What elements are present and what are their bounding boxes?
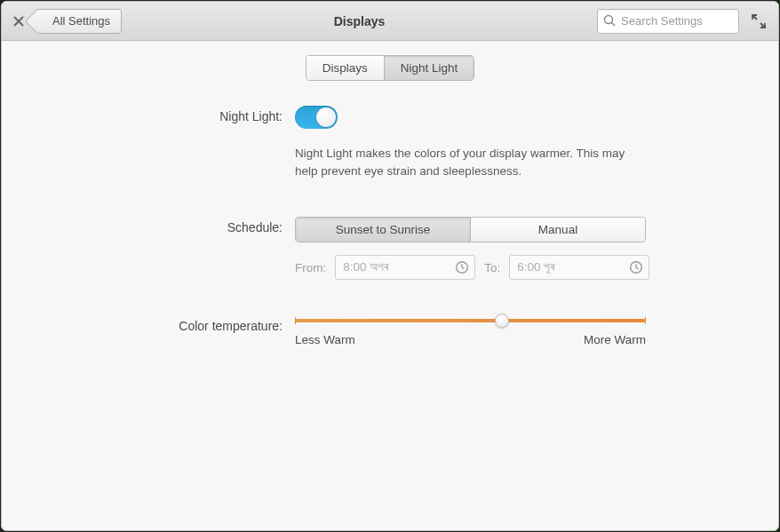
from-time-value: 8:00 অপৰ	[343, 260, 388, 274]
color-temp-slider[interactable]: Less Warm More Warm	[295, 315, 646, 346]
svg-point-0	[605, 15, 613, 23]
night-light-label: Night Light:	[37, 106, 295, 123]
night-light-description: Night Light makes the colors of your dis…	[295, 145, 650, 179]
svg-line-1	[612, 22, 616, 26]
titlebar: All Settings Displays	[2, 2, 778, 41]
from-time-field[interactable]: 8:00 অপৰ	[335, 255, 475, 280]
fullscreen-button[interactable]	[746, 9, 771, 34]
back-button-label: All Settings	[52, 14, 110, 28]
schedule-manual-button[interactable]: Manual	[470, 218, 645, 242]
all-settings-back-button[interactable]: All Settings	[36, 9, 122, 34]
search-wrap	[597, 9, 739, 34]
fullscreen-icon	[752, 14, 766, 28]
toggle-knob	[316, 107, 336, 127]
night-light-toggle[interactable]	[295, 106, 338, 129]
schedule-label: Schedule:	[37, 217, 295, 234]
slider-thumb[interactable]	[495, 314, 509, 328]
schedule-segmented: Sunset to Sunrise Manual	[295, 217, 646, 242]
from-label: From:	[295, 261, 326, 274]
slider-max-label: More Warm	[584, 333, 646, 346]
content-area: Displays Night Light Night Light: Night …	[2, 41, 778, 530]
clock-icon	[629, 260, 643, 274]
schedule-sunset-button[interactable]: Sunset to Sunrise	[296, 218, 470, 242]
search-input[interactable]	[597, 9, 739, 34]
tab-group: Displays Night Light	[306, 55, 475, 81]
search-icon	[603, 14, 617, 28]
slider-min-label: Less Warm	[295, 333, 355, 346]
clock-icon	[455, 260, 469, 274]
tab-displays[interactable]: Displays	[306, 56, 384, 80]
tab-night-light[interactable]: Night Light	[384, 56, 474, 80]
window-title: Displays	[129, 14, 590, 28]
to-label: To:	[484, 261, 500, 274]
to-time-value: 6:00 পূৰ	[517, 260, 554, 274]
color-temp-label: Color temperature:	[37, 315, 295, 333]
to-time-field[interactable]: 6:00 পূৰ	[509, 255, 649, 280]
